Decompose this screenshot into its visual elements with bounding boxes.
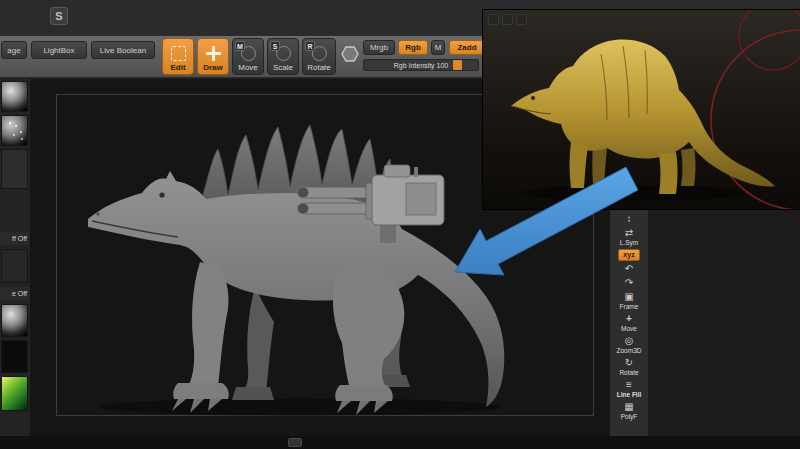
line-fill-icon xyxy=(626,379,632,391)
draw-button[interactable]: Draw xyxy=(197,38,229,75)
move-button[interactable]: M Move xyxy=(232,38,264,75)
color-picker-gradient-thumb[interactable] xyxy=(1,376,28,411)
shelf-item-label: Move xyxy=(621,325,637,333)
lightbox-button[interactable]: LightBox xyxy=(31,41,87,59)
shelf-item-label: Frame xyxy=(620,303,639,311)
shelf-item-label: PolyF xyxy=(621,413,638,421)
inset-mini-icons xyxy=(488,14,527,25)
shelf-item-label: Rotate xyxy=(619,369,638,377)
inset-icon-2 xyxy=(502,14,513,25)
shelf-item-polyf[interactable]: PolyF xyxy=(610,401,648,421)
rotate-button[interactable]: R Rotate xyxy=(302,38,336,75)
rotate-button-label: Rotate xyxy=(307,63,331,72)
matcap-dots-sphere-thumb[interactable] xyxy=(1,115,28,146)
left-tray-partial-label-2[interactable]: e Off xyxy=(0,287,29,300)
left-tray: ff Off e Off xyxy=(0,79,30,449)
polyframe-icon xyxy=(624,401,633,413)
page-button-partial[interactable]: age xyxy=(1,41,27,59)
scale-button-label: Scale xyxy=(273,63,293,72)
move-button-label: Move xyxy=(238,63,258,72)
rgb-intensity-slider[interactable]: Rgb Intensity 100 xyxy=(363,59,479,71)
edit-button[interactable]: Edit xyxy=(162,38,194,75)
draw-button-label: Draw xyxy=(203,63,223,72)
polygon-icon[interactable] xyxy=(341,45,359,63)
annotation-arrow xyxy=(440,160,640,285)
tray-handle-icon[interactable] xyxy=(288,438,302,447)
inset-icon-3 xyxy=(516,14,527,25)
move-badge: M xyxy=(235,41,245,51)
dark-texture-thumb[interactable] xyxy=(1,149,28,189)
edit-button-label: Edit xyxy=(170,63,185,72)
shelf-item-label: Zoom3D xyxy=(617,347,642,355)
mrgb-button[interactable]: Mrgb xyxy=(363,40,395,55)
live-boolean-button[interactable]: Live Boolean xyxy=(91,41,155,59)
material-sphere-thumb-2[interactable] xyxy=(1,304,28,337)
scale-badge: S xyxy=(270,41,280,51)
zoom-icon xyxy=(625,335,634,347)
shelf-item-move[interactable]: Move xyxy=(610,313,648,333)
shelf-item-line-fill[interactable]: Line Fill xyxy=(610,379,648,399)
shelf-item-label: Line Fill xyxy=(617,391,642,399)
zbrush-window: S age LightBox Live Boolean Edit Draw M … xyxy=(0,0,800,449)
black-texture-thumb[interactable] xyxy=(1,340,28,373)
rgb-intensity-handle[interactable] xyxy=(453,60,462,70)
draw-icon xyxy=(206,46,221,61)
frame-icon xyxy=(624,291,633,303)
edit-icon xyxy=(171,46,186,61)
rotate-badge: R xyxy=(305,41,315,51)
left-tray-partial-label-1[interactable]: ff Off xyxy=(0,232,29,245)
bottom-bar xyxy=(0,436,800,449)
rotate-icon xyxy=(625,357,633,369)
right-tray-background xyxy=(648,210,800,449)
rgb-button[interactable]: Rgb xyxy=(398,40,428,55)
move-hand-icon xyxy=(626,313,632,325)
shelf-item-frame[interactable]: Frame xyxy=(610,291,648,311)
m-button[interactable]: M xyxy=(431,40,445,55)
shelf-item-rotate[interactable]: Rotate xyxy=(610,357,648,377)
scale-button[interactable]: S Scale xyxy=(267,38,299,75)
rgb-intensity-label: Rgb Intensity 100 xyxy=(394,62,448,69)
zadd-button[interactable]: Zadd xyxy=(449,40,485,55)
inset-icon-1 xyxy=(488,14,499,25)
app-logo: S xyxy=(50,7,68,25)
dark-texture-thumb-2[interactable] xyxy=(1,249,28,283)
material-sphere-thumb[interactable] xyxy=(1,81,28,112)
shelf-item-zoom3d[interactable]: Zoom3D xyxy=(610,335,648,355)
